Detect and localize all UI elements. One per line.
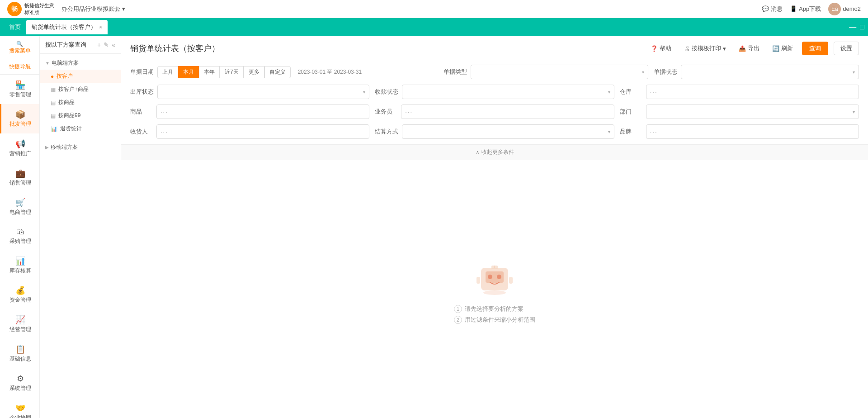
department-select[interactable] [646, 104, 859, 119]
scheme-collapse-icon[interactable]: « [112, 41, 115, 48]
consignee-col: 收货人 ··· [130, 124, 369, 139]
salesperson-label: 业务员 [375, 108, 397, 116]
message-button[interactable]: 💬 消息 [762, 5, 783, 13]
date-tab-last-month[interactable]: 上月 [157, 66, 178, 78]
date-tabs: 上月 本月 本年 近7天 更多 自定义 [157, 66, 291, 78]
sidebar: 🔍 搜索菜单 快捷导航 🏪 零售管理 📦 批发管理 📢 营销推广 💼 销售管理 … [0, 36, 40, 418]
settlement-select[interactable] [402, 124, 614, 139]
logo-area: 畅 畅捷信好生意 标准版 [7, 2, 54, 16]
scheme-add-icon[interactable]: + [97, 41, 101, 48]
nav-selector[interactable]: 办公用品行业模拟账套 ▾ [58, 3, 129, 15]
salesperson-col: 业务员 ··· [375, 104, 614, 119]
sidebar-quick-nav[interactable]: 快捷导航 [0, 59, 39, 75]
sidebar-item-sales[interactable]: 💼 销售管理 [0, 163, 39, 192]
phone-icon: 📱 [790, 5, 797, 12]
date-tab-more[interactable]: 更多 [244, 66, 264, 78]
return-icon: 📊 [51, 126, 57, 132]
date-field-label: 单据日期 [130, 68, 154, 76]
date-tab-this-month[interactable]: 本月 [178, 66, 199, 78]
sidebar-item-system[interactable]: ⚙ 系统管理 [0, 368, 39, 398]
brand-label: 品牌 [620, 128, 642, 136]
scheme-section-mobile-header[interactable]: ▶ 移动端方案 [40, 141, 121, 154]
basic-icon: 📋 [15, 344, 25, 354]
step-2-number: 2 [454, 316, 462, 324]
step-1-number: 1 [454, 305, 462, 313]
scheme-section-mobile: ▶ 移动端方案 [40, 138, 121, 157]
sidebar-item-retail[interactable]: 🏪 零售管理 [0, 75, 39, 104]
date-tab-this-year[interactable]: 本年 [199, 66, 220, 78]
purchase-icon: 🛍 [16, 227, 24, 237]
sidebar-item-marketing[interactable]: 📢 营销推广 [0, 133, 39, 163]
date-tab-custom[interactable]: 自定义 [264, 66, 291, 78]
svg-rect-7 [509, 277, 513, 284]
collapse-bar[interactable]: ∧ 收起更多条件 [121, 144, 868, 160]
tab-close-icon[interactable]: × [99, 24, 102, 30]
outbound-col: 出库状态 [130, 85, 369, 99]
refresh-button[interactable]: 🔄 刷新 [769, 43, 797, 54]
settings-button[interactable]: 设置 [834, 42, 859, 55]
sidebar-item-enterprise[interactable]: 🤝 企业协同 [0, 398, 39, 418]
doc-status-label: 单据状态 [654, 68, 677, 76]
doc-status-select[interactable] [681, 65, 859, 79]
main-layout: 🔍 搜索菜单 快捷导航 🏪 零售管理 📦 批发管理 📢 营销推广 💼 销售管理 … [0, 36, 868, 418]
sidebar-item-inventory[interactable]: 📊 库存核算 [0, 251, 39, 280]
product-label: 商品 [130, 108, 153, 116]
date-range-text: 2023-03-01 至 2023-03-31 [298, 68, 362, 76]
message-icon: 💬 [762, 5, 769, 12]
doc-type-select[interactable] [471, 65, 649, 79]
date-tab-last7[interactable]: 近7天 [220, 66, 244, 78]
svg-point-2 [488, 275, 492, 279]
brand-col: 品牌 ··· [620, 124, 859, 139]
scheme-section-pc: ▼ 电脑端方案 ● 按客户 ▦ 按客户+商品 ▤ 按商品 ▤ 按商品99 [40, 54, 121, 138]
user-menu[interactable]: Ea demo2 [828, 3, 861, 15]
sidebar-item-purchase[interactable]: 🛍 采购管理 [0, 222, 39, 251]
export-button[interactable]: 📤 导出 [735, 43, 763, 54]
sidebar-item-basic[interactable]: 📋 基础信息 [0, 339, 39, 368]
svg-point-3 [497, 275, 501, 279]
warehouse-select[interactable]: ··· [646, 85, 859, 99]
salesperson-select[interactable]: ··· [401, 104, 614, 119]
page-actions: ❓ 帮助 🖨 按模板打印 ▾ 📤 导出 🔄 刷新 [647, 42, 859, 55]
customer-scheme-icon: ● [51, 73, 54, 80]
app-download-button[interactable]: 📱 App下载 [790, 5, 821, 13]
doc-status-chevron-icon [853, 70, 855, 75]
tab-minimize-button[interactable]: — [849, 23, 856, 31]
scheme-item-customer-product[interactable]: ▦ 按客户+商品 [40, 83, 121, 96]
svg-rect-6 [476, 277, 480, 284]
brand-select[interactable]: ··· [646, 124, 859, 139]
scheme-item-return[interactable]: 📊 退货统计 [40, 122, 121, 135]
product-select[interactable]: ··· [156, 104, 369, 119]
scheme-section-pc-header[interactable]: ▼ 电脑端方案 [40, 57, 121, 70]
tab-bar: 首页 销货单统计表（按客户） × — □ [0, 18, 868, 36]
scheme-edit-icon[interactable]: ✎ [104, 41, 109, 48]
filter-row-3: 商品 ··· 业务员 ··· 部门 [130, 104, 859, 119]
scheme-item-product99[interactable]: ▤ 按商品99 [40, 109, 121, 122]
tab-active[interactable]: 销货单统计表（按客户） × [26, 20, 108, 34]
page-header: 销货单统计表（按客户） ❓ 帮助 🖨 按模板打印 ▾ 📤 导出 [121, 36, 868, 59]
logo-text: 畅捷信好生意 标准版 [24, 2, 54, 15]
collection-select[interactable] [402, 85, 614, 99]
print-button[interactable]: 🖨 按模板打印 ▾ [680, 43, 730, 54]
empty-step-2: 2 用过滤条件来缩小分析范围 [454, 316, 535, 324]
department-col: 部门 [620, 104, 859, 119]
tab-maximize-button[interactable]: □ [860, 23, 864, 31]
sidebar-item-operations[interactable]: 📈 经营管理 [0, 309, 39, 339]
sidebar-search[interactable]: 🔍 搜索菜单 [0, 36, 39, 59]
outbound-select[interactable] [157, 85, 369, 99]
refresh-icon: 🔄 [772, 45, 779, 52]
outbound-chevron-icon [363, 90, 365, 95]
scheme-panel-icons: + ✎ « [97, 41, 115, 48]
sidebar-item-ecommerce[interactable]: 🛒 电商管理 [0, 192, 39, 222]
scheme-item-customer[interactable]: ● 按客户 [40, 70, 121, 83]
empty-step-1: 1 请先选择要分析的方案 [454, 305, 535, 313]
sidebar-item-wholesale[interactable]: 📦 批发管理 [0, 104, 39, 133]
date-filter-col: 单据日期 上月 本月 本年 近7天 更多 自定义 2023-03-01 至 20… [130, 66, 438, 78]
sidebar-item-finance[interactable]: 💰 资金管理 [0, 280, 39, 309]
consignee-select[interactable]: ··· [156, 124, 369, 139]
query-button[interactable]: 查询 [802, 42, 828, 55]
scheme-item-product[interactable]: ▤ 按商品 [40, 96, 121, 109]
sales-icon: 💼 [15, 168, 25, 178]
help-button[interactable]: ❓ 帮助 [647, 43, 675, 54]
tab-home[interactable]: 首页 [4, 20, 26, 34]
warehouse-col: 仓库 ··· [620, 85, 859, 99]
